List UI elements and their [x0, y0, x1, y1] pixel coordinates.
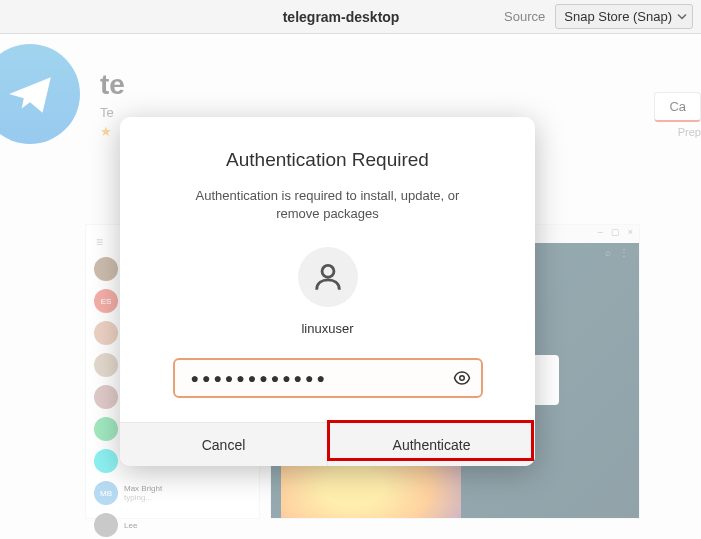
auth-dialog: Authentication Required Authentication i…: [120, 117, 535, 466]
header-bar: telegram-desktop Source Snap Store (Snap…: [0, 0, 701, 34]
user-avatar: [298, 247, 358, 307]
dialog-title: Authentication Required: [226, 149, 429, 171]
authenticate-button[interactable]: Authenticate: [328, 423, 535, 466]
content-area: te Te ★ Ca Prep ≡ ESMBMax Brighttyping..…: [0, 34, 701, 539]
show-password-icon[interactable]: [453, 369, 471, 387]
person-icon: [311, 260, 345, 294]
dialog-body: Authentication Required Authentication i…: [120, 117, 535, 422]
password-field-wrap: [173, 358, 483, 398]
svg-point-0: [322, 266, 334, 278]
dialog-message: Authentication is required to install, u…: [196, 187, 460, 223]
source-dropdown[interactable]: Snap Store (Snap): [555, 4, 693, 29]
dialog-buttons: Cancel Authenticate: [120, 422, 535, 466]
source-label: Source: [504, 9, 545, 24]
svg-point-1: [459, 376, 464, 381]
source-value: Snap Store (Snap): [564, 9, 672, 24]
app-package-title: telegram-desktop: [188, 9, 494, 25]
chevron-down-icon: [677, 9, 687, 24]
cancel-button[interactable]: Cancel: [120, 423, 328, 466]
username-label: linuxuser: [301, 321, 353, 336]
password-input[interactable]: [173, 358, 483, 398]
